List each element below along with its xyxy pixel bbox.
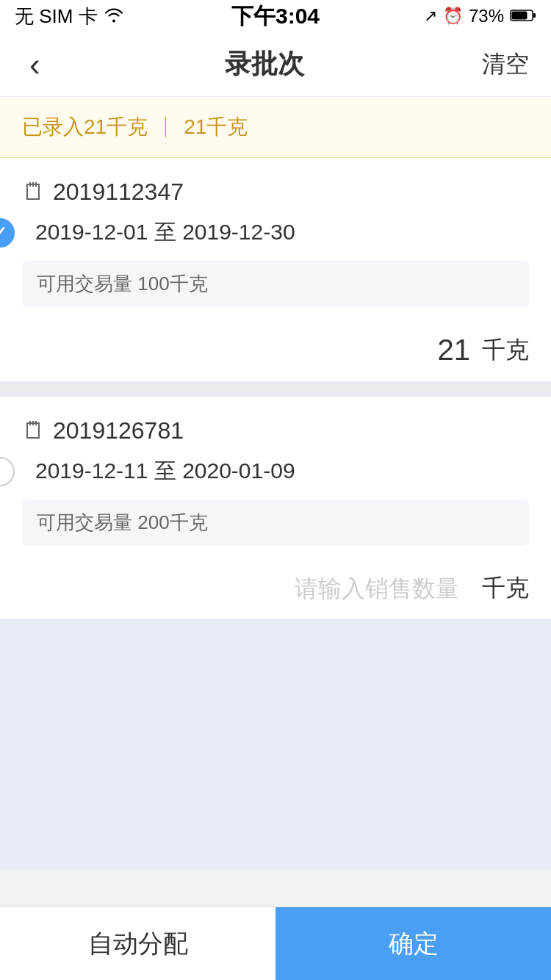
batch-id-2: 2019126781 <box>53 417 184 444</box>
radio-1[interactable]: ✓ <box>0 218 15 248</box>
svg-rect-1 <box>512 12 527 20</box>
summary-divider <box>165 117 166 137</box>
status-left: 无 SIM 卡 <box>15 4 124 29</box>
auto-distribute-button[interactable]: 自动分配 <box>0 907 276 980</box>
check-icon-1: ✓ <box>0 223 7 242</box>
status-bar: 无 SIM 卡 下午3:04 ↗ ⏰ 73% <box>0 0 551 32</box>
batch-availability-2: 可用交易量 200千克 <box>22 500 529 546</box>
radio-2[interactable] <box>0 457 15 486</box>
battery-text: 73% <box>469 6 504 26</box>
empty-area <box>0 620 551 870</box>
quantity-value-1: 21 <box>411 334 470 367</box>
batch-date-1: 2019-12-01 至 2019-12-30 <box>35 217 295 248</box>
batch-availability-1: 可用交易量 100千克 <box>22 261 529 307</box>
batch-card-1: 🗒 2019112347 ✓ 2019-12-01 至 2019-12-30 可… <box>0 158 551 382</box>
quantity-unit-1: 千克 <box>482 334 529 367</box>
batch-date-2: 2019-12-11 至 2020-01-09 <box>35 456 295 486</box>
section-separator <box>0 382 551 397</box>
quantity-unit-2: 千克 <box>482 572 529 605</box>
summary-label: 已录入21千克 <box>22 113 148 141</box>
status-time: 下午3:04 <box>231 1 320 32</box>
confirm-button[interactable]: 确定 <box>276 907 551 980</box>
batch-card-2: 🗒 2019126781 2019-12-11 至 2020-01-09 可用交… <box>0 397 551 620</box>
wifi-icon <box>104 5 124 28</box>
summary-value: 21千克 <box>184 113 248 141</box>
clear-button[interactable]: 清空 <box>482 48 529 81</box>
location-icon: ↗ <box>424 7 437 26</box>
batch-date-row-1[interactable]: ✓ 2019-12-01 至 2019-12-30 <box>0 212 551 253</box>
quantity-row-2: 千克 <box>0 558 551 620</box>
batch-header-2: 🗒 2019126781 <box>0 397 551 450</box>
quantity-input-2[interactable] <box>176 575 470 602</box>
quantity-row-1: 21 千克 <box>0 319 551 382</box>
status-right: ↗ ⏰ 73% <box>424 6 536 26</box>
summary-bar: 已录入21千克 21千克 <box>0 97 551 158</box>
back-button[interactable]: ‹ <box>22 39 48 90</box>
battery-icon <box>510 6 536 26</box>
nav-bar: ‹ 录批次 清空 <box>0 32 551 97</box>
batch-date-row-2[interactable]: 2019-12-11 至 2020-01-09 <box>0 450 551 492</box>
alarm-icon: ⏰ <box>443 7 463 26</box>
page-title: 录批次 <box>225 46 304 82</box>
doc-icon-2: 🗒 <box>22 417 46 444</box>
batch-header-1: 🗒 2019112347 <box>0 158 551 212</box>
batch-id-1: 2019112347 <box>53 179 184 206</box>
svg-rect-2 <box>533 13 536 18</box>
doc-icon-1: 🗒 <box>22 179 46 206</box>
carrier-text: 无 SIM 卡 <box>15 4 98 29</box>
bottom-bar: 自动分配 确定 <box>0 907 551 980</box>
